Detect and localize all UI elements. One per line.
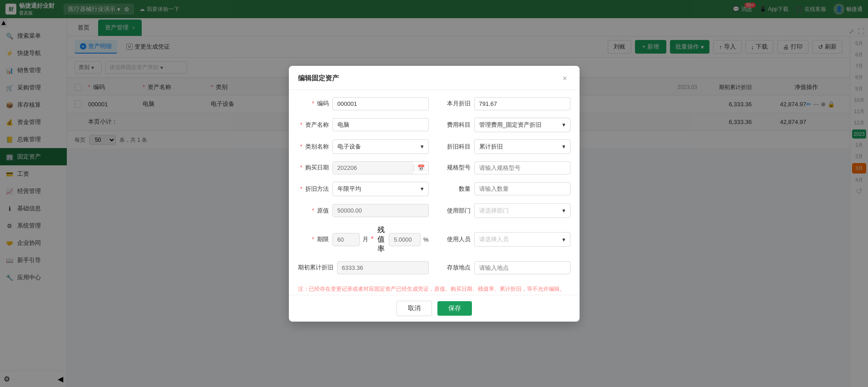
dept-chevron-icon: ▾ [562,207,565,214]
location-label: 存放地点 [440,263,471,272]
edit-asset-dialog: 编辑固定资产 × * 编码 本月折旧 [289,66,580,322]
field-depreciation-subject: 折旧科目 累计折旧 ▾ [440,139,570,154]
cancel-button[interactable]: 取消 [397,301,432,316]
asset-name-label: * 资产名称 [298,121,329,129]
purchase-date-input[interactable] [333,162,413,174]
field-asset-name: * 资产名称 [298,118,429,132]
depreciation-subject-label: 折旧科目 [440,143,471,151]
field-initial-depreciation: 期初累计折旧 [298,261,429,274]
spec-input[interactable] [474,161,570,174]
code-input[interactable] [332,97,429,110]
person-chevron-icon: ▾ [562,236,565,243]
field-quantity: 数量 [440,182,570,196]
code-label: * 编码 [298,99,329,108]
depreciation-subject-chevron-icon: ▾ [562,143,565,150]
department-label: 使用部门 [440,207,471,215]
period-input[interactable] [332,233,360,246]
dialog-header: 编辑固定资产 × [289,66,580,90]
period-residual-wrapper: 月 * 残值率 % [332,225,429,254]
dialog-note: 注：已经存在变更记录或者对应固定资产已经生成凭证，原值、购买日期、残值率、累计折… [289,282,580,295]
field-original-value: * 原值 [298,203,429,218]
department-select[interactable]: 请选择部门 ▾ [474,203,570,218]
form-grid: * 编码 本月折旧 * 资产名称 [298,97,570,274]
field-category: * 类别名称 电子设备 ▾ [298,139,429,154]
method-chevron-icon: ▾ [421,185,424,192]
dialog-body: * 编码 本月折旧 * 资产名称 [289,90,580,282]
spec-label: 规格型号 [440,164,471,172]
initial-depreciation-input[interactable] [337,261,429,274]
depreciation-subject-select[interactable]: 累计折旧 ▾ [474,139,570,154]
field-period-residual: * 期限 月 * 残值率 % [298,225,429,254]
field-spec: 规格型号 [440,161,570,174]
residual-rate-input[interactable] [389,233,421,246]
field-monthly-depreciation: 本月折旧 [440,97,570,110]
field-depreciation-method: * 折旧方法 年限平均 ▾ [298,182,429,196]
category-label: * 类别名称 [298,143,329,151]
category-select[interactable]: 电子设备 ▾ [332,139,429,154]
field-purchase-date: * 购买日期 📅 [298,161,429,174]
expense-subject-select[interactable]: 管理费用_固定资产折旧 ▾ [474,118,570,132]
dialog-overlay: 编辑固定资产 × * 编码 本月折旧 [0,0,868,387]
original-value-label: * 原值 [298,207,329,215]
purchase-date-input-wrapper: 📅 [332,161,429,174]
calendar-icon[interactable]: 📅 [413,164,428,171]
monthly-depreciation-input[interactable] [474,97,570,110]
expense-subject-label: 费用科目 [440,121,471,129]
period-label: * 期限 [298,235,329,243]
dialog-close-btn[interactable]: × [560,73,570,84]
person-label: 使用人员 [440,235,471,243]
initial-depreciation-label: 期初累计折旧 [298,263,333,272]
field-location: 存放地点 [440,261,570,274]
dialog-title: 编辑固定资产 [298,74,339,83]
monthly-depreciation-label: 本月折旧 [440,99,471,108]
depreciation-method-select[interactable]: 年限平均 ▾ [332,182,429,196]
quantity-input[interactable] [474,182,570,195]
quantity-label: 数量 [440,185,471,193]
field-code: * 编码 [298,97,429,110]
person-select[interactable]: 请选择人员 ▾ [474,232,570,247]
category-chevron-icon: ▾ [421,143,424,150]
save-button[interactable]: 保存 [437,301,472,316]
depreciation-method-label: * 折旧方法 [298,185,329,193]
asset-name-input[interactable] [332,118,429,131]
field-person: 使用人员 请选择人员 ▾ [440,225,570,254]
original-value-input[interactable] [332,204,429,217]
field-expense-subject: 费用科目 管理费用_固定资产折旧 ▾ [440,118,570,132]
field-department: 使用部门 请选择部门 ▾ [440,203,570,218]
location-input[interactable] [474,261,570,274]
purchase-date-label: * 购买日期 [298,164,329,172]
expense-chevron-icon: ▾ [562,121,565,128]
dialog-footer: 取消 保存 [289,295,580,322]
